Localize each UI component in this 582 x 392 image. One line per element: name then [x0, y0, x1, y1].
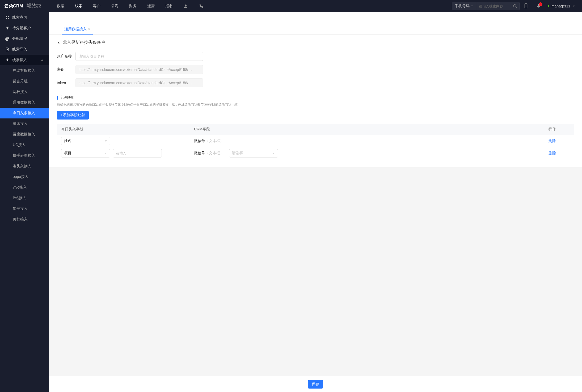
user-name: manager11 — [551, 4, 570, 8]
nav-item[interactable]: 报名 — [160, 0, 178, 12]
chevron-down-icon — [471, 5, 473, 7]
main-area: 通用数据接入 × 北京昱新科技头条账户 账户名称 密钥 token 字段映射 请… — [49, 24, 582, 392]
sidebar-item[interactable]: 分配情况 — [0, 33, 49, 44]
mobile-icon-button[interactable] — [520, 3, 532, 9]
sidebar-subitem[interactable]: 快手表单接入 — [0, 150, 49, 161]
sidebar-item-label: 待分配客户 — [12, 26, 31, 31]
table-row: 姓名微信号（文本框）删除 — [57, 135, 574, 147]
crm-field-select[interactable]: 请选择 — [229, 149, 278, 157]
token-label: token — [57, 81, 75, 85]
add-mapping-button[interactable]: +添加字段映射 — [57, 111, 89, 120]
account-name-input[interactable] — [75, 52, 203, 61]
chevron-left-icon — [57, 41, 61, 45]
sidebar-subitem[interactable]: 趣头条接入 — [0, 161, 49, 172]
funnel-icon — [5, 26, 10, 30]
nav-user-icon[interactable] — [178, 0, 193, 12]
chevron-down-icon — [272, 152, 275, 155]
nav-item[interactable]: 数据 — [52, 0, 70, 12]
status-dot — [548, 5, 549, 7]
secret-label: 密钥 — [57, 67, 75, 72]
crm-field-name: 微信号 — [194, 139, 205, 143]
tab-label: 通用数据接入 — [64, 27, 87, 32]
content: 北京昱新科技头条账户 账户名称 密钥 token 字段映射 请确保您在此填写的头… — [49, 35, 582, 167]
sidebar-item[interactable]: 线索接入 — [0, 55, 49, 65]
sidebar-subitem[interactable]: 网校接入 — [0, 87, 49, 97]
phone-icon — [199, 4, 204, 8]
svg-rect-4 — [8, 16, 9, 17]
logo-subtitle-2: 式服务云平台 — [27, 6, 41, 9]
col-toutiao: 今日头条字段 — [61, 127, 194, 132]
sidebar-subitem[interactable]: UC接入 — [0, 140, 49, 150]
notification-badge: 5 — [539, 2, 542, 6]
search-icon — [513, 4, 517, 8]
notification-button[interactable]: 5 — [532, 3, 545, 9]
sidebar-subitem[interactable]: 今日头条接入 — [0, 108, 49, 118]
col-action: 操作 — [549, 127, 570, 132]
sidebar-item-label: 线索接入 — [12, 58, 27, 62]
sidebar-item-label: 线索导入 — [12, 47, 27, 52]
crm-field-type: （文本框） — [205, 151, 224, 156]
sidebar-subitem[interactable]: oppo接入 — [0, 172, 49, 182]
search-button[interactable] — [511, 4, 519, 8]
toutiao-field-select[interactable]: 项目 — [61, 149, 110, 157]
sidebar-item[interactable]: 待分配客户 — [0, 23, 49, 33]
sidebar-item[interactable]: 线索查询 — [0, 12, 49, 23]
chevron-up-icon — [41, 59, 44, 61]
chevron-down-icon — [104, 140, 107, 142]
delete-row-button[interactable]: 删除 — [549, 151, 556, 155]
svg-point-0 — [185, 5, 187, 6]
search-type-select[interactable]: 手机号码 — [452, 2, 476, 10]
chevron-down-icon — [104, 152, 107, 155]
menu-icon — [54, 27, 57, 31]
mapping-table: 今日头条字段 CRM字段 操作 姓名微信号（文本框）删除项目微信号（文本框）请选… — [57, 124, 574, 159]
tab-close-button[interactable]: × — [88, 27, 90, 31]
sidebar-item[interactable]: 线索导入 — [0, 44, 49, 55]
sidebar-item-label: 分配情况 — [12, 36, 27, 41]
sidebar-subitem[interactable]: 知乎接入 — [0, 203, 49, 214]
token-input[interactable] — [75, 78, 203, 87]
svg-rect-6 — [8, 18, 9, 19]
search-input[interactable] — [476, 4, 511, 8]
mapping-hint: 请确保您在此填写的头条自定义字段名称与在今日头条平台中自定义的字段名称一致，并且… — [57, 102, 574, 107]
svg-point-2 — [526, 7, 526, 8]
nav-item[interactable]: 公海 — [106, 0, 124, 12]
page-title-row: 北京昱新科技头条账户 — [57, 40, 574, 45]
sidebar-subitem[interactable]: B站接入 — [0, 193, 49, 203]
tab-bar: 通用数据接入 × — [49, 24, 582, 35]
svg-rect-3 — [6, 16, 7, 17]
sidebar-subitem[interactable]: 留言分组 — [0, 76, 49, 87]
nav-item[interactable]: 线索 — [70, 0, 88, 12]
page-title: 北京昱新科技头条账户 — [63, 40, 105, 45]
secret-input[interactable] — [75, 65, 203, 74]
toutiao-field-input[interactable] — [113, 149, 162, 157]
toutiao-field-select[interactable]: 姓名 — [61, 137, 110, 145]
save-button[interactable]: 保存 — [308, 380, 323, 389]
nav-phone-icon[interactable] — [193, 0, 209, 12]
nav-item[interactable]: 运营 — [142, 0, 160, 12]
sidebar-subitem[interactable]: 百度数据接入 — [0, 129, 49, 140]
sidebar-subitem[interactable]: 在线客服接入 — [0, 65, 49, 76]
logo-text: 云朵CRM — [4, 3, 23, 9]
chevron-down-icon — [572, 5, 575, 7]
nav-item[interactable]: 财务 — [124, 0, 142, 12]
sidebar-subitem[interactable]: 美柚接入 — [0, 214, 49, 225]
sidebar-subitem[interactable]: vivo接入 — [0, 182, 49, 193]
export-icon — [5, 47, 10, 52]
sidebar-item-label: 线索查询 — [12, 15, 27, 20]
table-header: 今日头条字段 CRM字段 操作 — [57, 124, 574, 135]
main-nav: 数据线索客户公海财务运营报名 — [52, 0, 178, 12]
user-menu[interactable]: manager11 — [545, 4, 578, 8]
tab-active[interactable]: 通用数据接入 × — [62, 24, 93, 35]
crm-field-type: （文本框） — [205, 139, 224, 143]
back-button[interactable] — [57, 41, 61, 45]
sidebar-subitem[interactable]: 通用数据接入 — [0, 97, 49, 108]
mapping-section-title: 字段映射 — [57, 95, 574, 100]
grid-icon — [5, 15, 10, 20]
delete-row-button[interactable]: 删除 — [549, 139, 556, 143]
logo: 云朵CRM 教育机构一站 式服务云平台 — [4, 2, 41, 10]
svg-rect-5 — [6, 18, 7, 19]
sidebar-subitem[interactable]: 腾讯接入 — [0, 118, 49, 129]
tabs-collapse-button[interactable] — [52, 26, 60, 33]
nav-item[interactable]: 客户 — [88, 0, 106, 12]
account-name-label: 账户名称 — [57, 54, 75, 59]
